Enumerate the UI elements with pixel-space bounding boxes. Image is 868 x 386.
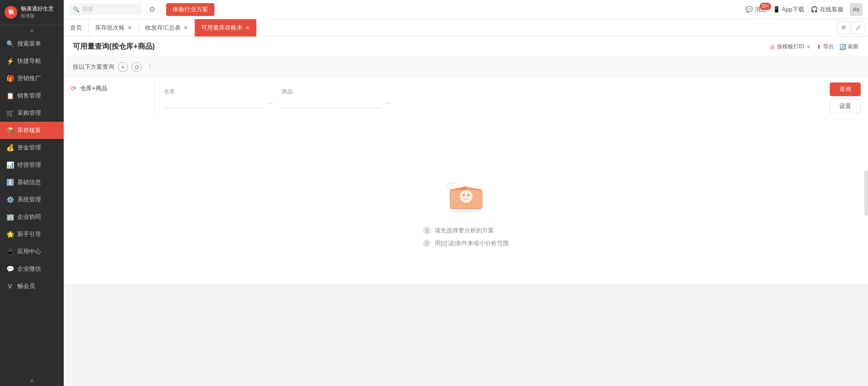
hint-num-1: 1	[423, 226, 431, 235]
message-button[interactable]: 💬 消息 99+	[746, 5, 766, 14]
page-title: 可用量查询(按仓库+商品)	[73, 42, 155, 51]
sidebar-subtitle: 标准版	[21, 13, 54, 19]
filter-product: 商品 ···	[282, 88, 391, 108]
sidebar-icon-shortcut: ⚡	[6, 57, 14, 65]
sidebar-label-shortcut: 快捷导航	[17, 57, 41, 65]
sidebar-icon-appstore: 📱	[6, 248, 14, 255]
print-label: 按模板打印	[777, 43, 804, 51]
headset-icon: 🎧	[811, 6, 818, 13]
svg-point-5	[462, 194, 465, 196]
hint-item-2: 2 用[过滤]条件来缩小分析范围	[423, 239, 509, 247]
tab-home[interactable]: 首页	[64, 19, 89, 36]
tab-close-batch[interactable]: ✕	[127, 25, 132, 31]
chevron-down-icon[interactable]: ▼	[806, 44, 811, 50]
tabs-actions: ✕ ⤢	[837, 21, 868, 34]
scheme-item[interactable]: ⟳ 仓库+商品	[64, 81, 154, 96]
sidebar-item-appstore[interactable]: 📱 应用中心	[0, 243, 64, 260]
main-wrapper: 🔍 搜索 ⚙ 体验行业方案 💬 消息 99+ 📱 App下载 🎧 在线客服 Ri…	[64, 0, 868, 386]
sidebar-label-finance: 资金管理	[17, 144, 41, 152]
query-header-label: 按以下方案查询	[73, 63, 114, 71]
sidebar-icon-sales: 📋	[6, 92, 14, 99]
sidebar-label-appstore: 应用中心	[17, 247, 41, 256]
sidebar-icon-member: V	[6, 283, 14, 290]
hint-text-1: 请先选择要分析的方案	[435, 226, 494, 235]
print-button[interactable]: 🖨 按模板打印 ▼	[770, 43, 811, 51]
sidebar-brand: 畅康通好生意 标准版	[21, 5, 54, 19]
sidebar-item-sales[interactable]: 📋 销售管理	[0, 87, 64, 104]
query-actions: 查询 设置	[822, 77, 868, 119]
query-section: 按以下方案查询 + ⊙ 《 ⟳ 仓库+商品 仓库	[64, 57, 868, 119]
settings-icon[interactable]: ⚙	[146, 3, 158, 16]
warehouse-dots-button[interactable]: ···	[267, 99, 273, 107]
export-icon: ⬆	[817, 44, 821, 50]
product-dots-button[interactable]: ···	[385, 99, 391, 107]
topbar-search-box[interactable]: 🔍 搜索	[69, 4, 142, 15]
refresh-button[interactable]: 🔄 刷新	[839, 43, 859, 51]
warehouse-input[interactable]	[164, 98, 264, 108]
sidebar-item-inventory[interactable]: 📦 库存核算	[0, 122, 64, 139]
hint-text-2: 用[过滤]条件来缩小分析范围	[435, 239, 509, 247]
refresh-label: 刷新	[848, 43, 859, 51]
sidebar-item-purchase[interactable]: 🛒 采购管理	[0, 104, 64, 122]
sidebar-label-marketing: 营销推广	[17, 74, 41, 82]
empty-icon-area	[439, 165, 493, 219]
sidebar-item-marketing[interactable]: 🎁 营销推广	[0, 70, 64, 87]
sidebar-scroll-down[interactable]: ▼	[0, 376, 64, 386]
product-input-row: ···	[282, 98, 391, 108]
tab-label-home: 首页	[70, 24, 82, 32]
online-service-button[interactable]: 🎧 在线客服	[811, 5, 843, 14]
scheme-settings-button[interactable]: ⊙	[132, 62, 142, 72]
empty-box-icon	[443, 169, 489, 215]
sidebar-logo: 畅	[5, 6, 17, 19]
export-button[interactable]: ⬆ 导出	[817, 43, 834, 51]
sidebar: 畅 畅康通好生意 标准版 ▲ 🔍 搜索菜单 ⚡ 快捷导航 🎁 营销推广 📋 销售…	[0, 0, 64, 386]
right-scrollbar[interactable]	[864, 170, 868, 216]
search-placeholder: 搜索	[82, 5, 93, 13]
export-label: 导出	[823, 43, 834, 51]
sidebar-item-basic[interactable]: ℹ️ 基础信息	[0, 174, 64, 191]
industry-solution-button[interactable]: 体验行业方案	[166, 3, 214, 16]
sidebar-item-operations[interactable]: 📊 经营管理	[0, 156, 64, 174]
warehouse-label: 仓库	[164, 88, 273, 96]
app-download-button[interactable]: 📱 App下载	[773, 5, 804, 14]
sidebar-icon-inventory: 📦	[6, 127, 14, 134]
tab-available[interactable]: 可用量库存账本✕	[195, 19, 257, 36]
search-icon: 🔍	[73, 6, 80, 13]
tab-expand-button[interactable]: ⤢	[852, 21, 864, 34]
sidebar-label-operations: 经营管理	[17, 161, 41, 169]
page-header: 可用量查询(按仓库+商品) 🖨 按模板打印 ▼ ⬆ 导出 🔄 刷新	[64, 36, 868, 57]
sidebar-label-purchase: 采购管理	[17, 109, 41, 117]
add-scheme-button[interactable]: +	[118, 62, 128, 72]
sidebar-item-shortcut[interactable]: ⚡ 快捷导航	[0, 52, 64, 70]
tab-summary[interactable]: 收发存汇总表✕	[139, 19, 195, 36]
product-input[interactable]	[282, 98, 382, 108]
sidebar-item-member[interactable]: V 畅会员	[0, 278, 64, 295]
tab-close-button[interactable]: ✕	[837, 21, 850, 34]
sidebar-label-system: 系统管理	[17, 196, 41, 204]
tab-close-available[interactable]: ✕	[245, 25, 250, 31]
query-button[interactable]: 查询	[830, 82, 861, 96]
hint-num-2: 2	[423, 239, 431, 247]
tab-close-summary[interactable]: ✕	[183, 25, 188, 31]
sidebar-item-system[interactable]: ⚙️ 系统管理	[0, 191, 64, 208]
sidebar-item-search[interactable]: 🔍 搜索菜单	[0, 35, 64, 52]
settings-button[interactable]: 设置	[830, 99, 861, 113]
page-header-actions: 🖨 按模板打印 ▼ ⬆ 导出 🔄 刷新	[770, 43, 859, 51]
sidebar-label-basic: 基础信息	[17, 178, 41, 186]
query-body: ⟳ 仓库+商品 仓库 ··· 商品	[64, 77, 868, 119]
sidebar-item-finance[interactable]: 💰 资金管理	[0, 139, 64, 156]
sidebar-icon-search: 🔍	[6, 40, 14, 47]
sidebar-scroll-up[interactable]: ▲	[0, 25, 64, 35]
sidebar-icon-finance: 💰	[6, 144, 14, 151]
tab-batch[interactable]: 库存批次账✕	[89, 19, 139, 36]
online-service-label: 在线客服	[820, 5, 843, 14]
sidebar-item-newbie[interactable]: 🌟 新手引导	[0, 226, 64, 243]
user-avatar[interactable]: Rit	[850, 3, 863, 16]
sidebar-label-wechat: 企业微信	[17, 265, 41, 273]
tab-label-batch: 库存批次账	[95, 24, 125, 32]
query-schemes: ⟳ 仓库+商品	[64, 77, 155, 119]
sidebar-item-wechat[interactable]: 💬 企业微信	[0, 260, 64, 278]
scheme-label: 仓库+商品	[80, 84, 107, 93]
sidebar-item-enterprise[interactable]: 🏢 企业协同	[0, 208, 64, 226]
collapse-button[interactable]: 《	[145, 63, 152, 71]
